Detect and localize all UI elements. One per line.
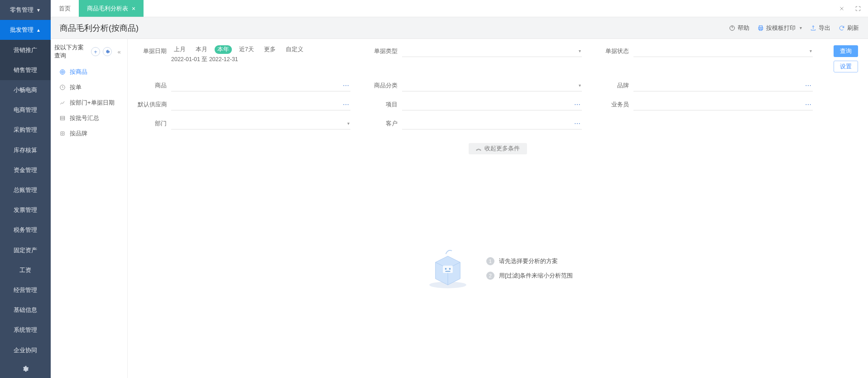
field-brand: 品牌 ⋯ — [600, 80, 813, 91]
nav-inventory[interactable]: 库存核算 — [0, 140, 51, 160]
nav-xc-ec[interactable]: 小畅电商 — [0, 80, 51, 100]
field-supplier: 默认供应商 ⋯ — [138, 99, 350, 110]
scheme-head: 按以下方案查询 + « — [54, 43, 124, 60]
nav-marketing[interactable]: 营销推广 — [0, 40, 51, 60]
more-icon: ⋯ — [343, 82, 350, 89]
plus-icon: + — [94, 48, 97, 55]
dq-more[interactable]: 更多 — [261, 45, 278, 54]
nav-label: 基础信息 — [14, 306, 37, 314]
step-1: 1 请先选择要分析的方案 — [486, 257, 573, 265]
field-doc-type: 单据类型 ▾ — [369, 45, 581, 72]
nav-basic[interactable]: 基础信息 — [0, 300, 51, 320]
project-input[interactable]: ⋯ — [402, 99, 581, 110]
collapse-scheme-button[interactable]: « — [115, 47, 124, 56]
category-select[interactable]: ▾ — [402, 80, 581, 91]
nav-label: 工资 — [19, 266, 31, 274]
goods-input[interactable]: ⋯ — [171, 80, 350, 91]
query-button[interactable]: 查询 — [834, 45, 858, 57]
step-1-text: 请先选择要分析的方案 — [499, 257, 558, 265]
help-button[interactable]: 帮助 — [729, 24, 749, 32]
nav-salary[interactable]: 工资 — [0, 260, 51, 280]
fullscreen-button[interactable] — [852, 2, 864, 15]
nav-tax[interactable]: 税务管理 — [0, 220, 51, 240]
scheme-item-by-dept-date[interactable]: 按部门+单据日期 — [54, 96, 124, 110]
nav-finance[interactable]: 资金管理 — [0, 160, 51, 180]
scheme-item-by-brand[interactable]: 按品牌 — [54, 127, 124, 140]
scheme-settings-button[interactable] — [103, 47, 112, 56]
field-customer: 客户 ⋯ — [369, 118, 581, 129]
date-label: 单据日期 — [138, 45, 167, 55]
nav-label: 固定资产 — [14, 246, 37, 254]
close-icon — [839, 5, 845, 12]
print-button[interactable]: 按模板打印 ▾ — [758, 24, 802, 32]
sales-input[interactable]: ⋯ — [633, 99, 813, 110]
doc-type-select[interactable]: ▾ — [402, 45, 581, 57]
query-label: 查询 — [840, 47, 852, 55]
supplier-input[interactable]: ⋯ — [171, 99, 350, 110]
dept-label: 部门 — [138, 118, 167, 128]
dq-7days[interactable]: 近7天 — [236, 45, 257, 54]
tag-icon — [59, 130, 66, 137]
nav-label: 税务管理 — [14, 226, 37, 234]
add-scheme-button[interactable]: + — [91, 47, 100, 56]
scheme-item-label: 按单 — [70, 83, 82, 91]
export-icon — [810, 25, 816, 31]
more-icon: ⋯ — [805, 82, 812, 89]
tab-home[interactable]: 首页 — [51, 0, 79, 17]
scheme-item-by-doc[interactable]: 按单 — [54, 81, 124, 94]
refresh-button[interactable]: 刷新 — [839, 24, 859, 32]
field-goods: 商品 ⋯ — [138, 80, 350, 91]
nav-enterprise[interactable]: 企业协同 — [0, 340, 51, 360]
nav-sales-mgmt[interactable]: 销售管理 — [0, 60, 51, 80]
brand-label: 品牌 — [600, 80, 629, 90]
scheme-title: 按以下方案查询 — [54, 43, 88, 60]
dq-last-month[interactable]: 上月 — [171, 45, 188, 54]
nav-label: 批发管理 — [10, 26, 34, 34]
chevron-down-icon: ▾ — [800, 25, 802, 30]
nav-retail[interactable]: 零售管理 ▼ — [0, 0, 51, 20]
brand-input[interactable]: ⋯ — [633, 80, 813, 91]
chevron-down-icon: ▾ — [579, 48, 581, 53]
dq-custom[interactable]: 自定义 — [283, 45, 306, 54]
nav-label: 营销推广 — [14, 46, 37, 54]
customer-input[interactable]: ⋯ — [402, 118, 581, 129]
nav-label: 系统管理 — [14, 326, 37, 334]
dept-select[interactable]: ▾ — [171, 118, 350, 129]
nav-wholesale[interactable]: 批发管理 ▲ — [0, 20, 51, 40]
more-icon: ⋯ — [574, 101, 581, 108]
date-range: 2022-01-01 至 2022-12-31 — [171, 56, 350, 63]
nav-label: 电商管理 — [14, 106, 37, 114]
step-2-text: 用[过滤]条件来缩小分析范围 — [499, 272, 573, 280]
nav-invoice[interactable]: 发票管理 — [0, 200, 51, 220]
scheme-item-label: 按品牌 — [70, 129, 87, 138]
scheme-item-label: 按部门+单据日期 — [70, 99, 115, 107]
close-all-button[interactable] — [835, 2, 848, 15]
nav-label: 零售管理 — [10, 6, 34, 14]
nav-ledger[interactable]: 总账管理 — [0, 180, 51, 200]
scheme-item-by-batch[interactable]: 按批号汇总 — [54, 111, 124, 125]
nav-system[interactable]: 系统管理 — [0, 320, 51, 340]
svg-point-12 — [445, 268, 447, 270]
nav-purchase[interactable]: 采购管理 — [0, 120, 51, 140]
close-icon[interactable]: × — [132, 5, 135, 12]
nav-fixed-asset[interactable]: 固定资产 — [0, 240, 51, 260]
svg-rect-1 — [759, 25, 762, 27]
nav-biz[interactable]: 经营管理 — [0, 280, 51, 300]
more-icon: ⋯ — [574, 120, 581, 127]
sidebar-settings[interactable] — [0, 360, 51, 378]
tab-profit-analysis[interactable]: 商品毛利分析表 × — [79, 0, 144, 17]
collapse-filters-button[interactable]: ︽ 收起更多条件 — [469, 143, 527, 154]
nav-ec[interactable]: 电商管理 — [0, 100, 51, 120]
scheme-item-by-goods[interactable]: 按商品 — [54, 65, 124, 79]
more-icon: ⋯ — [343, 101, 350, 108]
filter-actions: 查询 设置 — [831, 45, 858, 72]
refresh-icon — [839, 25, 845, 31]
dq-this-month[interactable]: 本月 — [193, 45, 210, 54]
doc-status-label: 单据状态 — [600, 45, 629, 55]
export-label: 导出 — [819, 24, 830, 32]
doc-status-select[interactable]: ▾ — [633, 45, 813, 57]
filter-row-2: 商品 ⋯ 商品分类 ▾ 品牌 ⋯ — [138, 80, 858, 91]
dq-this-year[interactable]: 本年 — [215, 45, 232, 54]
export-button[interactable]: 导出 — [810, 24, 830, 32]
settings-button[interactable]: 设置 — [834, 61, 858, 72]
